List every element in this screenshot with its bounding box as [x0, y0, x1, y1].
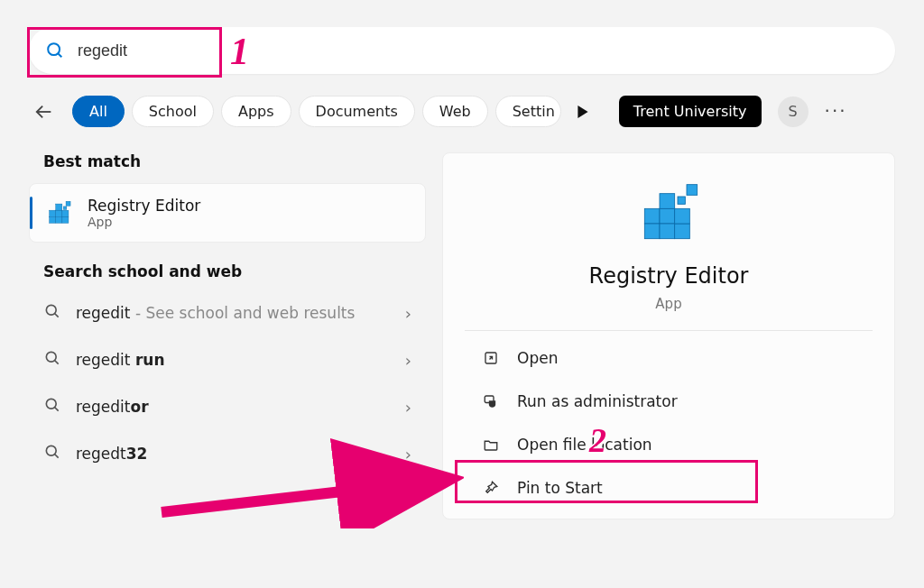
svg-point-0: [48, 43, 60, 55]
scroll-right-icon[interactable]: [570, 99, 596, 124]
action-label: Open: [517, 349, 558, 367]
best-match-label: Best match: [29, 152, 426, 183]
svg-rect-25: [660, 224, 675, 239]
svg-rect-22: [660, 208, 675, 224]
filter-row: All School Apps Documents Web Settin Tre…: [0, 90, 924, 127]
filter-chip-all[interactable]: All: [72, 96, 125, 127]
best-match-subtitle: App: [88, 215, 200, 229]
svg-line-18: [55, 408, 59, 411]
suggestion-text: regeditor: [76, 398, 391, 416]
search-icon: [43, 349, 61, 371]
filter-chip-web[interactable]: Web: [422, 96, 488, 127]
suggestion-text: regedt32: [76, 445, 391, 463]
svg-rect-23: [660, 194, 675, 209]
suggestion-item[interactable]: regedit run ›: [29, 336, 426, 383]
svg-rect-27: [675, 208, 690, 224]
detail-title: Registry Editor: [589, 263, 749, 289]
svg-line-16: [55, 361, 59, 364]
chevron-right-icon: ›: [405, 351, 411, 370]
svg-rect-21: [644, 208, 660, 224]
svg-line-1: [58, 53, 61, 57]
best-match-item[interactable]: Registry Editor App: [29, 183, 426, 243]
svg-rect-5: [56, 210, 62, 216]
suggestion-item[interactable]: regedit - See school and web results ›: [29, 289, 426, 336]
filter-chip-apps[interactable]: Apps: [221, 96, 291, 127]
annotation-number-1: 1: [230, 30, 249, 73]
suggestion-item[interactable]: regeditor ›: [29, 383, 426, 430]
pin-icon: [481, 480, 501, 496]
svg-rect-26: [675, 224, 690, 239]
svg-line-20: [55, 455, 59, 458]
best-match-title: Registry Editor: [88, 197, 200, 215]
svg-rect-7: [50, 216, 56, 223]
detail-panel: Registry Editor App Open Run as administ…: [442, 152, 895, 519]
svg-rect-28: [687, 185, 698, 196]
chevron-right-icon: ›: [405, 398, 411, 417]
svg-rect-9: [62, 216, 69, 223]
action-label: Run as administrator: [517, 392, 678, 410]
search-scope-label: Search school and web: [29, 262, 426, 289]
suggestion-text: regedit run: [76, 351, 391, 369]
registry-editor-icon: [633, 179, 705, 251]
avatar[interactable]: S: [778, 96, 808, 127]
svg-rect-10: [62, 210, 69, 216]
svg-marker-3: [578, 106, 587, 118]
action-run-as-administrator[interactable]: Run as administrator: [452, 380, 885, 423]
search-icon: [43, 443, 61, 464]
svg-rect-6: [56, 204, 62, 210]
registry-editor-icon: [44, 198, 75, 228]
search-bar[interactable]: [29, 27, 895, 74]
chevron-right-icon: ›: [405, 304, 411, 323]
back-arrow-icon[interactable]: [29, 96, 60, 127]
action-label: Open file location: [517, 436, 652, 454]
action-open-file-location[interactable]: Open file location: [452, 423, 885, 466]
svg-line-14: [55, 314, 59, 317]
svg-rect-11: [66, 201, 70, 206]
divider: [465, 330, 873, 331]
svg-rect-12: [63, 207, 67, 210]
chevron-right-icon: ›: [405, 445, 411, 464]
filter-chip-settings[interactable]: Settin: [495, 96, 561, 127]
svg-rect-24: [644, 224, 660, 239]
detail-subtitle: App: [655, 296, 681, 312]
search-icon: [43, 302, 61, 324]
action-pin-to-start[interactable]: Pin to Start: [452, 466, 885, 510]
svg-rect-4: [50, 210, 56, 216]
svg-rect-8: [56, 216, 62, 223]
annotation-number-2: 2: [589, 420, 606, 460]
overflow-menu-icon[interactable]: ···: [816, 100, 856, 124]
action-label: Pin to Start: [517, 479, 603, 497]
search-input[interactable]: [78, 41, 879, 60]
action-open[interactable]: Open: [452, 336, 885, 380]
org-pill[interactable]: Trent University: [619, 96, 762, 127]
shield-icon: [481, 393, 501, 409]
filter-chip-school[interactable]: School: [132, 96, 214, 127]
suggestion-item[interactable]: regedt32 ›: [29, 430, 426, 477]
folder-icon: [481, 436, 501, 453]
suggestion-text: regedit - See school and web results: [76, 304, 391, 322]
filter-chip-documents[interactable]: Documents: [299, 96, 415, 127]
open-icon: [481, 350, 501, 366]
search-icon: [45, 41, 65, 60]
search-icon: [43, 396, 61, 418]
svg-rect-29: [678, 197, 685, 204]
